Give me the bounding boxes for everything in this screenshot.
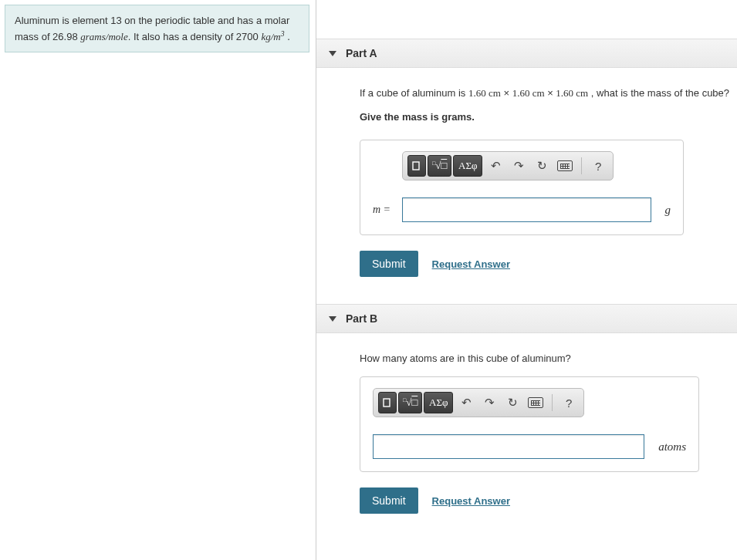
part-b-actions: Submit Request Answer (360, 487, 737, 514)
problem-info-box: Aluminum is element 13 on the periodic t… (5, 5, 309, 52)
rect-template-button[interactable] (378, 392, 397, 413)
undo-button[interactable]: ↶ (456, 392, 476, 413)
right-column: Part A If a cube of aluminum is 1.60 cm … (316, 0, 737, 560)
part-b-request-answer-link[interactable]: Request Answer (432, 495, 510, 507)
caret-down-icon (329, 316, 336, 322)
sqrt-template-button[interactable]: □√□ (428, 155, 451, 177)
toolbar-separator (552, 394, 553, 411)
part-b-input-row: atoms (373, 434, 686, 459)
reset-button[interactable]: ↻ (502, 392, 522, 413)
help-button[interactable]: ? (588, 155, 608, 177)
molar-unit: grams/mole (80, 31, 127, 42)
keyboard-button[interactable] (555, 155, 575, 177)
template-buttons-group: □√□ ΑΣφ (378, 392, 453, 413)
undo-button[interactable]: ↶ (485, 155, 505, 177)
info-text-2: . It also has a density of 2700 (128, 31, 262, 42)
part-a-answer-input[interactable] (402, 197, 651, 222)
redo-button[interactable]: ↷ (479, 392, 499, 413)
caret-down-icon (329, 51, 336, 56)
part-b-header[interactable]: Part B (316, 304, 737, 333)
rect-icon (383, 397, 392, 408)
part-a-toolbar: □√□ ΑΣφ ↶ ↷ ↻ ? (402, 151, 614, 180)
help-button[interactable]: ? (559, 392, 579, 413)
part-b-question: How many atoms are in this cube of alumi… (360, 352, 737, 366)
svg-rect-1 (384, 399, 390, 407)
part-a-title: Part A (346, 47, 377, 59)
part-b-title: Part B (346, 312, 377, 325)
part-b-answer-panel: □√□ ΑΣφ ↶ ↷ ↻ ? atoms (360, 376, 699, 472)
greek-button[interactable]: ΑΣφ (424, 392, 453, 413)
sqrt-template-button[interactable]: □√□ (398, 392, 422, 413)
greek-button[interactable]: ΑΣφ (453, 155, 482, 177)
keyboard-icon (528, 397, 543, 408)
part-a-instruction: Give the mass is grams. (360, 111, 737, 123)
reset-button[interactable]: ↻ (532, 155, 552, 177)
rect-template-button[interactable] (407, 155, 426, 177)
part-a-submit-button[interactable]: Submit (360, 251, 418, 277)
redo-button[interactable]: ↷ (509, 155, 529, 177)
template-buttons-group: □√□ ΑΣφ (407, 155, 482, 177)
keyboard-button[interactable] (526, 392, 546, 413)
part-a-unit: g (665, 204, 671, 217)
sqrt-icon: □√□ (403, 396, 418, 409)
part-a-header[interactable]: Part A (316, 39, 737, 68)
info-text-3: . (285, 31, 290, 42)
part-b-body: How many atoms are in this cube of alumi… (316, 352, 737, 541)
density-unit: kg/m3 (261, 31, 284, 42)
part-a-answer-panel: □√□ ΑΣφ ↶ ↷ ↻ ? m = g (360, 140, 684, 235)
part-a-input-row: m = g (373, 197, 671, 222)
rect-icon (412, 160, 421, 171)
part-b-toolbar: □√□ ΑΣφ ↶ ↷ ↻ ? (373, 388, 584, 417)
part-b-submit-button[interactable]: Submit (360, 487, 418, 514)
part-a-question: If a cube of aluminum is 1.60 cm × 1.60 … (360, 86, 737, 100)
part-b-unit: atoms (658, 440, 686, 454)
part-a-actions: Submit Request Answer (360, 251, 737, 277)
part-a-var-label: m = (373, 204, 394, 216)
keyboard-icon (557, 160, 573, 171)
toolbar-separator (581, 157, 582, 174)
svg-rect-0 (413, 162, 419, 170)
part-a-body: If a cube of aluminum is 1.60 cm × 1.60 … (316, 86, 737, 304)
left-column: Aluminum is element 13 on the periodic t… (0, 0, 316, 560)
part-b-answer-input[interactable] (373, 434, 644, 459)
part-a-request-answer-link[interactable]: Request Answer (432, 258, 510, 270)
sqrt-icon: □√□ (432, 160, 447, 172)
